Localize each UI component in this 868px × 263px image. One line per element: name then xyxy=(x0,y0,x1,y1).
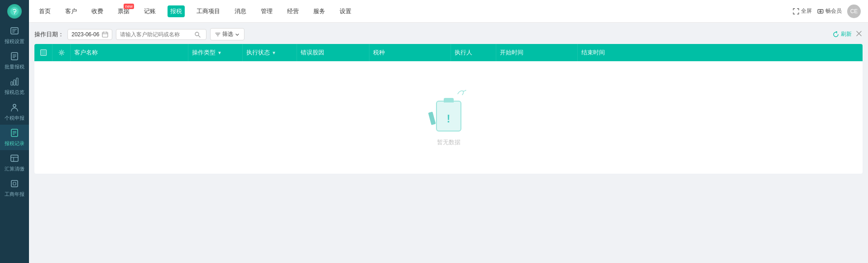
tax-summary-icon xyxy=(10,77,19,88)
data-table: 客户名称 操作类型 ▼ 执行状态 ▼ 错误股因 税种 xyxy=(34,44,863,174)
th-tax-type: 税种 xyxy=(369,44,451,61)
fullscreen-button[interactable]: 全屏 xyxy=(793,7,812,15)
nav-industrial[interactable]: 工商项目 xyxy=(194,5,223,17)
refresh-icon xyxy=(833,31,839,38)
sidebar-item-tax-settings-label: 报税设置 xyxy=(5,39,24,44)
svg-line-28 xyxy=(199,35,201,37)
page-content: 操作日期： 2023-06-06 xyxy=(29,23,868,263)
tax-records-icon xyxy=(10,128,19,139)
th-start-time: 开始时间 xyxy=(496,44,578,61)
new-badge: new xyxy=(124,4,134,10)
search-input[interactable] xyxy=(120,31,192,38)
clipboard-clip xyxy=(444,98,454,102)
nav-home[interactable]: 首页 xyxy=(36,5,53,17)
svg-rect-10 xyxy=(14,80,15,85)
sidebar-item-tax-records[interactable]: 报税记录 xyxy=(0,125,29,150)
main-area: 首页 客户 收费 票据 new 记账 报税 工商项目 消息 管理 经营 服务 设… xyxy=(29,0,868,263)
th-customer-name: 客户名称 xyxy=(71,44,188,61)
sidebar-item-annual-report-label: 工商年报 xyxy=(5,191,24,197)
pen-shape xyxy=(428,112,436,125)
nav-management[interactable]: 管理 xyxy=(258,5,275,17)
sidebar-item-tax-records-label: 报税记录 xyxy=(5,141,24,146)
filter-label: 筛选 xyxy=(222,30,233,38)
sidebar-item-settlement-label: 汇算清缴 xyxy=(5,166,24,172)
svg-point-12 xyxy=(13,104,16,107)
nav-customer[interactable]: 客户 xyxy=(62,5,80,17)
personal-tax-icon xyxy=(10,103,19,113)
clipboard-shape: ! xyxy=(436,101,461,132)
th-settings[interactable] xyxy=(53,44,71,61)
settlement-icon xyxy=(10,154,19,164)
nav-operations[interactable]: 经营 xyxy=(284,5,302,17)
svg-rect-17 xyxy=(11,155,18,161)
svg-rect-20 xyxy=(11,180,18,187)
bird-shape xyxy=(457,89,467,99)
nav-items: 首页 客户 收费 票据 new 记账 报税 工商项目 消息 管理 经营 服务 设… xyxy=(36,5,793,17)
nav-tax[interactable]: 报税 xyxy=(168,5,185,17)
nav-services[interactable]: 服务 xyxy=(311,5,328,17)
select-all-checkbox[interactable] xyxy=(40,49,47,56)
date-picker[interactable]: 2023-06-06 xyxy=(67,29,112,40)
th-exec-status[interactable]: 执行状态 ▼ xyxy=(243,44,297,61)
svg-rect-21 xyxy=(13,182,16,185)
top-navigation: 首页 客户 收费 票据 new 记账 报税 工商项目 消息 管理 经营 服务 设… xyxy=(29,0,868,23)
avatar[interactable]: CE xyxy=(847,5,861,18)
svg-point-31 xyxy=(61,52,62,54)
sidebar-item-tax-settings[interactable]: 报税设置 xyxy=(0,23,29,48)
batch-tax-icon xyxy=(10,52,19,62)
table-header: 客户名称 操作类型 ▼ 执行状态 ▼ 错误股因 税种 xyxy=(34,44,863,61)
refresh-label: 刷新 xyxy=(841,30,852,38)
search-box[interactable] xyxy=(116,29,206,40)
app-logo[interactable] xyxy=(7,4,22,19)
th-end-time: 结束时间 xyxy=(578,44,646,61)
sidebar-logo xyxy=(0,0,29,23)
th-checkbox[interactable] xyxy=(34,44,53,61)
column-settings-icon xyxy=(58,49,65,56)
sidebar-item-personal-tax[interactable]: 个税申报 xyxy=(0,99,29,125)
sidebar-item-batch-tax[interactable]: 批量报税 xyxy=(0,48,29,73)
svg-rect-23 xyxy=(102,32,108,37)
empty-illustration: ! xyxy=(426,88,471,134)
filter-button[interactable]: 筛选 xyxy=(210,28,245,40)
svg-point-27 xyxy=(195,32,199,36)
exclamation-mark: ! xyxy=(447,112,451,125)
member-button[interactable]: 畅会员 xyxy=(817,7,842,15)
sidebar-item-annual-report[interactable]: 工商年报 xyxy=(0,175,29,201)
svg-rect-9 xyxy=(11,82,13,85)
date-label: 操作日期： xyxy=(34,30,64,39)
sidebar-item-personal-tax-label: 个税申报 xyxy=(5,115,24,121)
sidebar-item-settlement[interactable]: 汇算清缴 xyxy=(0,150,29,175)
close-icon xyxy=(855,30,863,37)
exclamation-area: ! xyxy=(437,104,460,133)
chevron-down-icon xyxy=(235,32,240,37)
sidebar-item-tax-summary[interactable]: 报税总览 xyxy=(0,73,29,99)
sidebar-item-batch-tax-label: 批量报税 xyxy=(5,64,24,70)
topnav-right: 全屏 畅会员 CE xyxy=(793,5,861,18)
date-value: 2023-06-06 xyxy=(72,31,99,38)
filter-icon xyxy=(215,32,221,37)
empty-text: 暂无数据 xyxy=(437,138,460,146)
refresh-button[interactable]: 刷新 xyxy=(833,30,852,38)
content-area: 操作日期： 2023-06-06 xyxy=(29,23,868,263)
empty-state: ! 暂无数据 xyxy=(34,61,863,174)
sort-icon-operation-type: ▼ xyxy=(217,50,222,55)
calendar-icon xyxy=(102,31,108,38)
annual-report-icon xyxy=(10,179,19,190)
toolbar: 操作日期： 2023-06-06 xyxy=(34,28,863,40)
sidebar: 报税设置 批量报税 报税总览 xyxy=(0,0,29,263)
nav-settings[interactable]: 设置 xyxy=(337,5,354,17)
tax-settings-icon xyxy=(10,26,19,37)
svg-rect-11 xyxy=(16,78,18,85)
th-error-reason: 错误股因 xyxy=(297,44,369,61)
nav-billing[interactable]: 收费 xyxy=(89,5,106,17)
search-icon xyxy=(194,31,201,38)
th-operation-type[interactable]: 操作类型 ▼ xyxy=(188,44,243,61)
nav-bookkeeping[interactable]: 记账 xyxy=(141,5,158,17)
close-button[interactable] xyxy=(855,30,863,39)
sort-icon-exec-status: ▼ xyxy=(272,50,276,55)
sidebar-item-tax-summary-label: 报税总览 xyxy=(5,89,24,95)
nav-messages[interactable]: 消息 xyxy=(232,5,249,17)
nav-invoice[interactable]: 票据 new xyxy=(115,5,132,17)
th-executor: 执行人 xyxy=(451,44,496,61)
svg-point-0 xyxy=(14,13,15,14)
